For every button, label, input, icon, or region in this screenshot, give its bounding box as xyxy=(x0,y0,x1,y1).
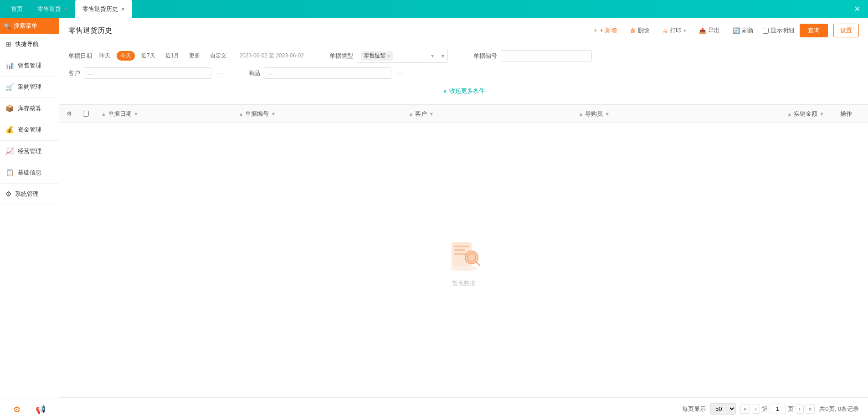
prev-page-button[interactable]: ‹ xyxy=(752,405,760,414)
page-label: 第 xyxy=(762,405,768,413)
th-settings[interactable]: ⚙ xyxy=(63,106,79,122)
goods-input[interactable] xyxy=(264,67,391,79)
print-button[interactable]: 🖨 打印 ▾ xyxy=(658,25,690,36)
sort-up-guide-icon[interactable]: ▲ xyxy=(578,111,583,117)
show-detail-checkbox[interactable] xyxy=(763,28,769,34)
show-detail-toggle[interactable]: 显示明细 xyxy=(763,26,794,35)
settings-bottom-icon[interactable]: ⚙ xyxy=(13,405,21,415)
sort-up-customer-icon[interactable]: ▲ xyxy=(409,111,414,117)
first-page-button[interactable]: « xyxy=(740,405,750,414)
add-button[interactable]: ＋ + 新增 xyxy=(589,25,621,36)
type-tag-close[interactable]: × xyxy=(387,53,390,59)
sort-down-amount-icon[interactable]: ▼ xyxy=(819,111,824,117)
collapse-icon: ∧ xyxy=(443,88,447,95)
operations-icon: 📈 xyxy=(5,147,14,155)
filter-row-1: 单据日期 昨天 今天 近7天 近1月 更多 自定义 2023-06-02 至 2… xyxy=(68,49,859,63)
next-page-button[interactable]: › xyxy=(796,405,804,414)
refresh-button[interactable]: 🔄 刷新 xyxy=(729,25,757,36)
filter-area: 单据日期 昨天 今天 近7天 近1月 更多 自定义 2023-06-02 至 2… xyxy=(59,43,868,105)
sidebar-item-inventory[interactable]: 📦 库存核算 xyxy=(0,98,59,119)
goods-more-icon[interactable]: ··· xyxy=(397,69,403,77)
tab-retail-return[interactable]: 零售退货 ✕ xyxy=(30,0,75,18)
sort-down-no-icon[interactable]: ▼ xyxy=(271,111,276,117)
per-page-label: 每页显示 xyxy=(682,405,706,413)
sidebar-item-system[interactable]: ⚙ 系统管理 xyxy=(0,184,59,205)
svg-rect-4 xyxy=(454,253,467,255)
delete-icon: 🗑 xyxy=(630,27,636,34)
th-date: ▲ 单据日期 ▼ xyxy=(98,105,235,123)
tab-retail-return-history[interactable]: 零售退货历史 ✕ xyxy=(75,0,132,18)
layout: 🔍 搜索菜单 ⊞ 快捷导航 📊 销售管理 🛒 采购管理 📦 库存核算 💰 资金管… xyxy=(0,18,868,420)
date-btn-yesterday[interactable]: 昨天 xyxy=(96,51,114,61)
type-select-display[interactable]: 零售退货 × ▾ xyxy=(357,49,448,63)
sidebar-item-quick-nav[interactable]: ⊞ 快捷导航 xyxy=(0,34,59,55)
tab-home[interactable]: 首页 xyxy=(4,0,30,18)
sidebar-item-sales[interactable]: 📊 销售管理 xyxy=(0,55,59,77)
sidebar-item-basic-info[interactable]: 📋 基础信息 xyxy=(0,162,59,184)
type-tag: 零售退货 × xyxy=(361,51,393,61)
sort-up-date-icon[interactable]: ▲ xyxy=(101,111,106,117)
column-settings-icon[interactable]: ⚙ xyxy=(67,110,72,117)
customer-more-icon[interactable]: ··· xyxy=(217,69,223,77)
tab-list: 首页 零售退货 ✕ 零售退货历史 ✕ xyxy=(4,0,854,18)
table-area: ⚙ ▲ 单据日期 ▼ ▲ 单据编号 ▼ ▲ 客户 ▼ xyxy=(59,105,868,420)
search-icon: 🔍 xyxy=(4,23,11,30)
sort-down-guide-icon[interactable]: ▼ xyxy=(605,111,610,117)
sidebar: 🔍 搜索菜单 ⊞ 快捷导航 📊 销售管理 🛒 采购管理 📦 库存核算 💰 资金管… xyxy=(0,18,59,420)
date-btn-more[interactable]: 更多 xyxy=(185,51,204,61)
type-filter: 单据类型 零售退货 × ▾ xyxy=(329,49,448,63)
type-dropdown-icon: ▾ xyxy=(431,53,434,59)
sidebar-item-finance[interactable]: 💰 资金管理 xyxy=(0,119,59,141)
sidebar-bottom: ⚙ 📢 xyxy=(0,399,59,420)
date-btn-today[interactable]: 今天 xyxy=(117,51,135,61)
filter-row-2: 客户 ··· 商品 ··· xyxy=(68,67,859,79)
close-tab-retail-return-history[interactable]: ✕ xyxy=(121,6,125,12)
date-filter-label: 单据日期 xyxy=(68,52,92,60)
type-select-wrapper: 零售退货 × ▾ xyxy=(357,49,448,63)
empty-text: 暂无数据 xyxy=(452,279,476,287)
page-header: 零售退货历史 ＋ + 新增 🗑 删除 🖨 打印 ▾ 📤 导出 xyxy=(59,18,868,43)
date-buttons: 昨天 今天 近7天 近1月 更多 自定义 xyxy=(96,51,230,61)
query-button[interactable]: 查询 xyxy=(800,24,828,37)
customer-input[interactable] xyxy=(84,67,211,79)
type-filter-label: 单据类型 xyxy=(329,52,353,60)
add-icon: ＋ xyxy=(592,26,598,35)
number-input[interactable] xyxy=(501,50,592,61)
export-button[interactable]: 📤 导出 xyxy=(695,25,724,36)
window-close-icon[interactable]: ✕ xyxy=(854,4,861,14)
date-btn-1month[interactable]: 近1月 xyxy=(162,51,183,61)
sidebar-item-operations[interactable]: 📈 经营管理 xyxy=(0,141,59,162)
money-icon: 💰 xyxy=(5,126,14,134)
th-action: 操作 xyxy=(828,105,864,123)
close-tab-retail-return[interactable]: ✕ xyxy=(64,6,68,12)
date-range-display: 2023-06-02 至 2023-06-02 xyxy=(239,52,303,60)
sidebar-search[interactable]: 🔍 搜索菜单 xyxy=(0,18,59,34)
svg-line-7 xyxy=(476,262,480,266)
svg-rect-3 xyxy=(454,249,465,251)
goods-filter-label: 商品 xyxy=(248,69,260,77)
sort-up-no-icon[interactable]: ▲ xyxy=(239,111,244,117)
last-page-button[interactable]: » xyxy=(806,405,815,414)
table-header: ⚙ ▲ 单据日期 ▼ ▲ 单据编号 ▼ ▲ 客户 ▼ xyxy=(59,105,868,123)
page-input[interactable] xyxy=(770,404,786,414)
per-page-select[interactable]: 20 50 100 xyxy=(710,403,736,415)
system-icon: ⚙ xyxy=(5,190,11,198)
customer-filter: 客户 ··· xyxy=(68,67,223,79)
setting-button[interactable]: 设置 xyxy=(833,24,859,37)
sort-down-date-icon[interactable]: ▼ xyxy=(134,111,139,117)
sidebar-item-purchase[interactable]: 🛒 采购管理 xyxy=(0,77,59,98)
print-icon: 🖨 xyxy=(662,27,668,34)
grid-icon: ⊞ xyxy=(5,40,11,48)
collapse-button[interactable]: ∧ 收起更多条件 xyxy=(443,87,485,95)
date-btn-7days[interactable]: 近7天 xyxy=(138,51,159,61)
topbar-close[interactable]: ✕ xyxy=(854,4,868,14)
empty-icon xyxy=(443,233,484,274)
sort-up-amount-icon[interactable]: ▲ xyxy=(787,111,792,117)
sound-bottom-icon[interactable]: 📢 xyxy=(36,405,46,415)
top-bar: 首页 零售退货 ✕ 零售退货历史 ✕ ✕ xyxy=(0,0,868,18)
sort-down-customer-icon[interactable]: ▼ xyxy=(429,111,434,117)
date-btn-custom[interactable]: 自定义 xyxy=(206,51,230,61)
delete-button[interactable]: 🗑 删除 xyxy=(626,25,653,36)
main-content: 零售退货历史 ＋ + 新增 🗑 删除 🖨 打印 ▾ 📤 导出 xyxy=(59,18,868,420)
select-all-checkbox[interactable] xyxy=(83,111,89,117)
